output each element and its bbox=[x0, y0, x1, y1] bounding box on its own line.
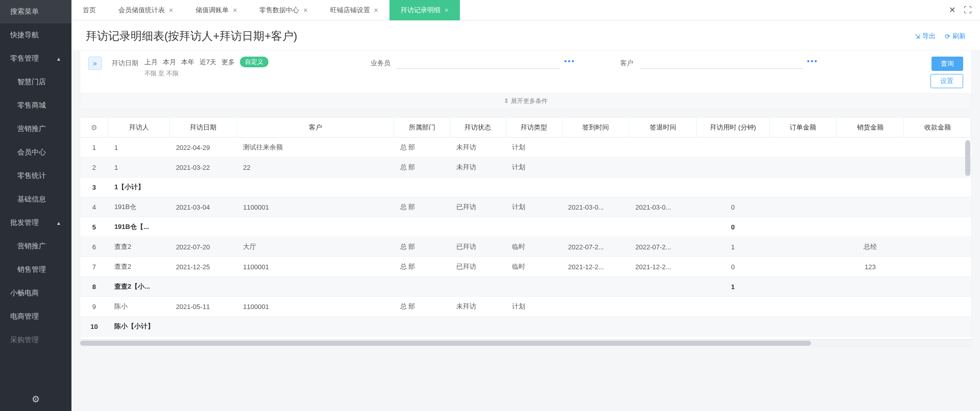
tab-retail-data[interactable]: 零售数据中心× bbox=[248, 0, 318, 20]
close-icon[interactable]: × bbox=[303, 6, 307, 14]
table-row[interactable]: 10陈小【小计】 bbox=[80, 317, 971, 337]
filter-label-customer: 客户 bbox=[620, 57, 633, 68]
date-opt-last-month[interactable]: 上月 bbox=[144, 58, 158, 67]
table-row[interactable]: 212021-03-2222总 部未拜访计划 bbox=[80, 158, 971, 177]
filter-label-date: 拜访日期 bbox=[112, 57, 138, 68]
gear-icon: ⚙ bbox=[91, 123, 97, 132]
tab-member-stats[interactable]: 会员储值统计表× bbox=[107, 0, 184, 20]
table-row[interactable]: 7查查22021-12-251100001总 部已拜访临时2021-12-2..… bbox=[80, 257, 971, 277]
refresh-button[interactable]: ⟳刷新 bbox=[945, 32, 966, 41]
export-button[interactable]: ⇲导出 bbox=[915, 32, 936, 41]
collapse-filter-button[interactable]: » bbox=[88, 57, 102, 70]
sidebar-sub-marketing[interactable]: 营销推广 bbox=[0, 117, 71, 141]
sidebar-sub-sales-manage[interactable]: 销售管理 bbox=[0, 258, 71, 281]
col-status[interactable]: 拜访状态 bbox=[450, 118, 506, 138]
caret-up-icon: ▲ bbox=[56, 220, 61, 226]
table-settings-button[interactable]: ⚙ bbox=[80, 118, 108, 138]
date-opt-more[interactable]: 更多 bbox=[222, 58, 235, 67]
staff-input[interactable] bbox=[397, 57, 560, 69]
sidebar-item-ecommerce-xiaochang[interactable]: 小畅电商 bbox=[0, 281, 71, 305]
tab-bar: 首页 会员储值统计表× 储值调账单× 零售数据中心× 旺铺店铺设置× 拜访记录明… bbox=[71, 0, 980, 20]
table-header-row: ⚙ 拜访人 拜访日期 客户 所属部门 拜访状态 拜访类型 签到时间 签退时间 拜… bbox=[80, 118, 971, 138]
close-icon[interactable]: × bbox=[233, 6, 237, 14]
export-icon: ⇲ bbox=[915, 33, 920, 40]
table-row[interactable]: 4191B仓2021-03-041100001总 部已拜访计划2021-03-0… bbox=[80, 197, 971, 217]
caret-up-icon: ▲ bbox=[56, 56, 61, 62]
sidebar: 搜索菜单 快捷导航 零售管理▲ 智慧门店 零售商城 营销推广 会员中心 零售统计… bbox=[0, 0, 71, 411]
filter-staff: 业务员 ••• bbox=[371, 57, 579, 69]
filter-visit-date: 拜访日期 上月 本月 本年 近7天 更多 自定义 不限 至 不限 bbox=[112, 57, 268, 78]
close-icon[interactable]: × bbox=[445, 6, 449, 14]
col-checkout[interactable]: 签退时间 bbox=[629, 118, 697, 138]
sidebar-item-purchase-manage[interactable]: 采购管理 bbox=[0, 328, 71, 352]
page-actions: ⇲导出 ⟳刷新 bbox=[915, 32, 966, 41]
col-type[interactable]: 拜访类型 bbox=[506, 118, 562, 138]
col-sales[interactable]: 销货金额 bbox=[837, 118, 904, 138]
query-button[interactable]: 查询 bbox=[932, 57, 963, 71]
page-header: 拜访记录明细表(按拜访人+拜访日期+客户) ⇲导出 ⟳刷新 bbox=[71, 20, 980, 50]
page-title: 拜访记录明细表(按拜访人+拜访日期+客户) bbox=[86, 29, 297, 44]
table-row[interactable]: 5191B仓【...0 bbox=[80, 217, 971, 237]
sidebar-search[interactable]: 搜索菜单 bbox=[0, 0, 71, 23]
table-row[interactable]: 6查查22022-07-20大厅总 部已拜访临时2022-07-2...2022… bbox=[80, 237, 971, 257]
horizontal-scrollbar[interactable] bbox=[80, 339, 971, 346]
vertical-scrollbar[interactable] bbox=[965, 140, 970, 176]
col-person[interactable]: 拜访人 bbox=[108, 118, 170, 138]
col-duration[interactable]: 拜访用时 (分钟) bbox=[697, 118, 770, 138]
date-opt-custom[interactable]: 自定义 bbox=[240, 57, 268, 67]
sidebar-sub-basic-info[interactable]: 基础信息 bbox=[0, 188, 71, 211]
sidebar-group-retail[interactable]: 零售管理▲ bbox=[0, 47, 71, 70]
sidebar-sub-retail-stats[interactable]: 零售统计 bbox=[0, 164, 71, 188]
sidebar-group-wholesale[interactable]: 批发管理▲ bbox=[0, 211, 71, 235]
filter-panel: » 拜访日期 上月 本月 本年 近7天 更多 自定义 不限 至 不限 bbox=[80, 50, 972, 109]
filter-customer: 客户 ••• bbox=[620, 57, 822, 69]
expand-filters-button[interactable]: ⇕ 展开更多条件 bbox=[80, 93, 971, 109]
col-date[interactable]: 拜访日期 bbox=[170, 118, 237, 138]
sidebar-sub-smart-store[interactable]: 智慧门店 bbox=[0, 70, 71, 94]
date-opt-this-month[interactable]: 本月 bbox=[163, 58, 176, 67]
table-row[interactable]: 112022-04-29测试往来余额总 部未拜访计划 bbox=[80, 138, 971, 158]
settings-gear-icon[interactable]: ⚙ bbox=[0, 388, 71, 411]
tab-deposit-adjust[interactable]: 储值调账单× bbox=[184, 0, 248, 20]
sidebar-item-ecommerce-manage[interactable]: 电商管理 bbox=[0, 305, 71, 328]
sidebar-sub-retail-mall[interactable]: 零售商城 bbox=[0, 94, 71, 117]
refresh-icon: ⟳ bbox=[945, 33, 950, 40]
date-range-text: 不限 至 不限 bbox=[144, 68, 268, 78]
col-customer[interactable]: 客户 bbox=[237, 118, 394, 138]
table-row[interactable]: 31【小计】 bbox=[80, 177, 971, 197]
table-row[interactable]: 9陈小2021-05-111100001总 部未拜访计划 bbox=[80, 297, 971, 317]
close-icon[interactable]: × bbox=[169, 6, 173, 14]
tab-home[interactable]: 首页 bbox=[71, 0, 107, 20]
col-checkin[interactable]: 签到时间 bbox=[562, 118, 629, 138]
close-icon[interactable]: × bbox=[374, 6, 378, 14]
col-order[interactable]: 订单金额 bbox=[769, 118, 837, 138]
col-dept[interactable]: 所属部门 bbox=[394, 118, 450, 138]
tab-shop-setting[interactable]: 旺铺店铺设置× bbox=[319, 0, 389, 20]
fullscreen-icon[interactable]: ⛶ bbox=[964, 6, 972, 15]
data-table: ⚙ 拜访人 拜访日期 客户 所属部门 拜访状态 拜访类型 签到时间 签退时间 拜… bbox=[80, 117, 972, 347]
expand-icon: ⇕ bbox=[504, 97, 509, 105]
col-receipt[interactable]: 收款金额 bbox=[904, 118, 971, 138]
tab-visit-record[interactable]: 拜访记录明细× bbox=[389, 0, 460, 20]
customer-picker-icon[interactable]: ••• bbox=[803, 57, 822, 65]
main: 首页 会员储值统计表× 储值调账单× 零售数据中心× 旺铺店铺设置× 拜访记录明… bbox=[71, 0, 980, 411]
sidebar-sub-wholesale-marketing[interactable]: 营销推广 bbox=[0, 235, 71, 258]
filter-label-staff: 业务员 bbox=[371, 57, 390, 68]
setting-button[interactable]: 设置 bbox=[930, 74, 963, 88]
table-row[interactable]: 8查查2【小...1 bbox=[80, 277, 971, 297]
date-opt-this-year[interactable]: 本年 bbox=[181, 58, 194, 67]
date-opt-7days[interactable]: 近7天 bbox=[200, 58, 216, 67]
sidebar-shortcut[interactable]: 快捷导航 bbox=[0, 23, 71, 47]
customer-input[interactable] bbox=[640, 57, 803, 69]
sidebar-sub-member-center[interactable]: 会员中心 bbox=[0, 141, 71, 164]
close-all-icon[interactable]: ✕ bbox=[949, 5, 955, 15]
staff-picker-icon[interactable]: ••• bbox=[560, 57, 579, 65]
